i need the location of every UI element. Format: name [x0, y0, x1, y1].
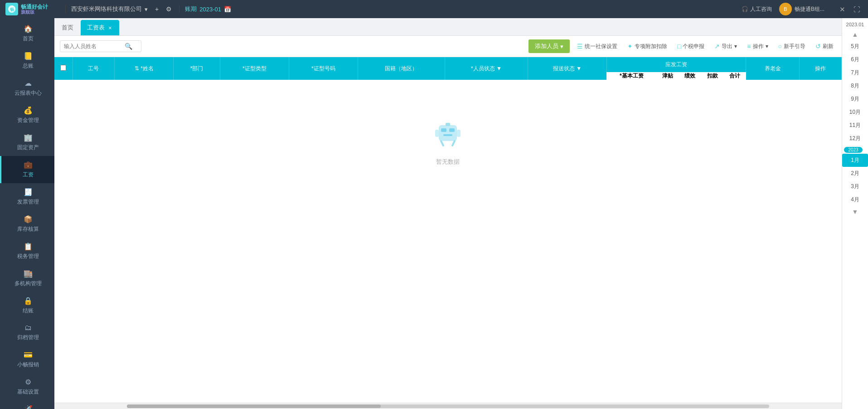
sidebar-label-settings: 基础设置: [17, 388, 39, 396]
content-area: 首页 工资表 × 🔍 添加人员 ▾ ☰ 统一社保设置: [54, 18, 842, 409]
no-data-icon: [430, 116, 466, 152]
scroll-down-button[interactable]: ▼: [842, 206, 868, 217]
window-controls: ✕ ⛶: [837, 5, 863, 14]
settings-button[interactable]: ⚙: [164, 4, 174, 15]
th-checkbox[interactable]: [54, 57, 73, 80]
sidebar-item-salary[interactable]: 💼 工资: [0, 156, 54, 183]
horizontal-scrollbar[interactable]: [54, 403, 842, 409]
th-allowance: 津贴: [656, 72, 679, 80]
th-dept: *部门: [174, 57, 220, 80]
sidebar-item-multi-org[interactable]: 🏬 多机构管理: [0, 265, 54, 292]
personal-tax-button[interactable]: □ 个税申报: [674, 41, 707, 52]
user-menu[interactable]: B 畅捷通B组...: [779, 3, 824, 15]
separator2: [179, 5, 179, 13]
scroll-up-button[interactable]: ▲: [842, 29, 868, 40]
sidebar-label-multi-org: 多机构管理: [15, 280, 42, 287]
month-8[interactable]: 8月: [842, 79, 868, 93]
th-id-no: *证型号码: [289, 57, 358, 80]
guide-help-icon: ○: [778, 43, 782, 50]
dropdown-icon: ▾: [145, 6, 148, 13]
sidebar-item-expense[interactable]: 💳 小畅报销: [0, 346, 54, 373]
sidebar-item-cloud-report[interactable]: ☁ 云报表中心: [0, 74, 54, 102]
sidebar-item-guide[interactable]: 🚀 新手引导: [0, 400, 54, 409]
dropdown-arrow-icon: ▾: [560, 43, 563, 50]
sidebar-label-invoice: 发票管理: [17, 198, 39, 206]
close-window-button[interactable]: ✕: [837, 5, 848, 14]
scrollbar-track[interactable]: [127, 404, 769, 408]
sidebar-item-settings[interactable]: ⚙ 基础设置: [0, 373, 54, 400]
tab-salary: 工资表 ×: [81, 20, 119, 35]
social-security-button[interactable]: ☰ 统一社保设置: [574, 41, 620, 52]
svg-rect-8: [457, 130, 461, 137]
sidebar-item-archive[interactable]: 🗂 归档管理: [0, 319, 54, 346]
special-deduction-button[interactable]: ✦ 专项附加扣除: [625, 41, 670, 52]
filter-icon-report[interactable]: ▼: [576, 65, 582, 72]
sidebar: 🏠 首页 📒 总账 ☁ 云报表中心 💰 资金管理 🏢 固定资产 💼 工资 🧾 发…: [0, 18, 54, 409]
operation-button[interactable]: ≡ 操作 ▾: [744, 41, 771, 52]
month-5[interactable]: 5月: [842, 40, 868, 53]
sidebar-label-fund: 资金管理: [17, 117, 39, 124]
tab-close-button[interactable]: ×: [107, 25, 113, 31]
service-button[interactable]: 🎧 人工咨询: [742, 5, 772, 13]
settings-sidebar-icon: ⚙: [25, 378, 31, 386]
sidebar-item-home[interactable]: 🏠 首页: [0, 20, 54, 47]
sidebar-label-ledger: 总账: [23, 62, 34, 70]
headset-icon: 🎧: [742, 6, 748, 12]
no-data-cell: 暂无数据: [54, 80, 842, 184]
add-person-button[interactable]: 添加人员 ▾: [529, 39, 570, 53]
month-2[interactable]: 2月: [842, 167, 868, 180]
svg-text:畅: 畅: [10, 7, 14, 12]
sidebar-item-fixed-asset[interactable]: 🏢 固定资产: [0, 129, 54, 156]
filter-icon-status[interactable]: ▼: [496, 65, 502, 72]
sidebar-item-tax[interactable]: 📋 税务管理: [0, 238, 54, 265]
sidebar-item-fund[interactable]: 💰 资金管理: [0, 102, 54, 129]
ledger-icon: 📒: [24, 52, 33, 60]
sort-icon: ⇅: [135, 65, 139, 72]
separator: [65, 5, 66, 13]
no-data-text: 暂无数据: [436, 158, 460, 166]
expense-icon: 💳: [24, 351, 33, 359]
sidebar-item-close-account[interactable]: 🔒 结账: [0, 292, 54, 319]
sidebar-label-home: 首页: [23, 35, 34, 43]
maximize-window-button[interactable]: ⛶: [851, 5, 863, 14]
month-1[interactable]: 1月: [842, 154, 868, 167]
month-4[interactable]: 4月: [842, 193, 868, 206]
export-button[interactable]: ↗ 导出 ▾: [712, 41, 740, 52]
svg-rect-6: [446, 123, 450, 126]
operation-icon: ≡: [747, 43, 751, 50]
company-selector[interactable]: 西安虾米网络科技有限公司 ▾: [71, 5, 148, 13]
sidebar-item-ledger[interactable]: 📒 总账: [0, 47, 54, 74]
th-country: 国籍（地区）: [358, 57, 445, 80]
select-all-checkbox[interactable]: [60, 65, 66, 71]
sidebar-item-invoice[interactable]: 🧾 发票管理: [0, 183, 54, 210]
month-6[interactable]: 6月: [842, 53, 868, 66]
tax-icon: 📋: [24, 242, 33, 251]
social-security-icon: ☰: [577, 43, 583, 50]
user-name: 畅捷通B组...: [795, 5, 824, 13]
svg-rect-3: [441, 128, 446, 132]
refresh-button[interactable]: ↺ 刷新: [813, 41, 836, 52]
month-3[interactable]: 3月: [842, 180, 868, 193]
svg-line-10: [452, 141, 455, 146]
month-7[interactable]: 7月: [842, 66, 868, 79]
scrollbar-thumb[interactable]: [127, 404, 381, 408]
main-layout: 🏠 首页 📒 总账 ☁ 云报表中心 💰 资金管理 🏢 固定资产 💼 工资 🧾 发…: [0, 18, 868, 409]
month-12[interactable]: 12月: [842, 132, 868, 145]
month-9[interactable]: 9月: [842, 93, 868, 106]
th-status: *人员状态 ▼: [445, 57, 528, 80]
top-bar-right: 🎧 人工咨询 B 畅捷通B组... ✕ ⛶: [742, 3, 863, 15]
guide-button[interactable]: ○ 新手引导: [776, 41, 808, 52]
search-wrap: 🔍: [60, 40, 141, 52]
tab-home[interactable]: 首页: [54, 20, 81, 35]
th-report-status: 报送状态 ▼: [528, 57, 607, 80]
search-input[interactable]: [64, 43, 123, 49]
calendar-icon[interactable]: 📅: [224, 6, 231, 13]
sidebar-label-salary: 工资: [23, 171, 34, 179]
year-badge: 2023: [844, 147, 866, 154]
month-10[interactable]: 10月: [842, 106, 868, 119]
svg-rect-4: [449, 128, 455, 132]
sidebar-item-inventory[interactable]: 📦 库存核算: [0, 210, 54, 238]
month-11[interactable]: 11月: [842, 119, 868, 132]
guide-icon: 🚀: [24, 405, 33, 409]
add-company-button[interactable]: +: [153, 4, 160, 15]
